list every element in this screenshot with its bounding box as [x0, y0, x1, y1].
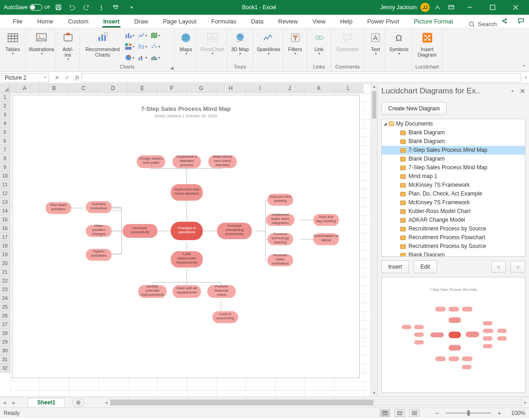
row-header[interactable]: 18: [0, 242, 10, 250]
row-header[interactable]: 32: [0, 364, 10, 373]
sheet-tab[interactable]: Sheet1: [28, 398, 65, 407]
column-header[interactable]: C: [69, 84, 98, 93]
column-header[interactable]: D: [98, 84, 128, 93]
row-header[interactable]: 24: [0, 294, 10, 303]
chart-combo-icon[interactable]: ▾: [136, 52, 148, 63]
tab-custom[interactable]: Custom: [61, 16, 96, 28]
chart-pie-icon[interactable]: ▾: [123, 52, 135, 63]
tab-nav-prev-icon[interactable]: ◂: [0, 399, 9, 406]
row-header[interactable]: 15: [0, 215, 10, 224]
pager-next-button[interactable]: »: [511, 261, 525, 273]
tree-item[interactable]: Recruitment Process by Source: [382, 224, 525, 233]
pivotchart-button[interactable]: PivotChart▾: [200, 29, 225, 58]
row-header[interactable]: 3: [0, 110, 10, 119]
tab-powerpivot[interactable]: Power Pivot: [360, 16, 406, 28]
tab-review[interactable]: Review: [271, 16, 305, 28]
minimize-button[interactable]: [459, 0, 480, 15]
column-header[interactable]: G: [187, 84, 216, 93]
edit-button[interactable]: Edit: [414, 260, 437, 273]
column-header[interactable]: K: [305, 84, 334, 93]
ribbon-display-icon[interactable]: [445, 1, 457, 13]
view-pagebreak-icon[interactable]: [409, 409, 420, 417]
tree-item[interactable]: McKinsey 7S Framework: [382, 181, 525, 190]
chart-col2d-icon[interactable]: ▾: [123, 30, 135, 40]
comment-button[interactable]: Comment: [334, 29, 361, 54]
row-header[interactable]: 10: [0, 172, 10, 180]
column-header[interactable]: H: [216, 84, 246, 93]
select-all-cell[interactable]: [0, 84, 10, 93]
tab-help[interactable]: Help: [333, 16, 360, 28]
row-header[interactable]: 31: [0, 355, 10, 364]
tab-formulas[interactable]: Formulas: [204, 16, 243, 28]
column-header[interactable]: E: [128, 84, 157, 93]
column-header[interactable]: B: [40, 84, 69, 93]
maximize-button[interactable]: [482, 0, 503, 15]
worksheet[interactable]: ABCDEFGHIJKL 123456789101112131415161718…: [0, 84, 377, 397]
row-header[interactable]: 9: [0, 163, 10, 172]
tree-root[interactable]: ◢My Documents: [382, 119, 525, 128]
pager-prev-button[interactable]: «: [491, 261, 506, 273]
tab-data[interactable]: Data: [243, 16, 270, 28]
search-box[interactable]: Search: [469, 21, 497, 28]
column-header[interactable]: A: [10, 84, 40, 93]
share-button[interactable]: [497, 16, 513, 28]
horizontal-scrollbar[interactable]: [110, 399, 522, 406]
row-header[interactable]: 20: [0, 259, 10, 268]
tree-item[interactable]: Blank Diagram: [382, 251, 525, 257]
document-tree[interactable]: ◢My Documents Blank DiagramBlank Diagram…: [381, 119, 525, 257]
column-header[interactable]: I: [246, 84, 275, 93]
row-header[interactable]: 4: [0, 119, 10, 128]
chart-map-icon[interactable]: ▾: [149, 30, 161, 40]
filters-button[interactable]: Filters▾: [286, 29, 304, 58]
touch-mode-icon[interactable]: ▾: [97, 1, 109, 13]
tab-nav-next-icon[interactable]: ▸: [9, 399, 18, 406]
autosave-toggle[interactable]: AutoSave Off: [4, 4, 50, 11]
view-pagelayout-icon[interactable]: [395, 409, 405, 417]
row-header[interactable]: 17: [0, 233, 10, 242]
tab-pagelayout[interactable]: Page Layout: [155, 16, 204, 28]
quick-access-icon[interactable]: ▾: [111, 1, 123, 13]
view-normal-icon[interactable]: [380, 409, 390, 417]
link-button[interactable]: Link▾: [310, 29, 328, 58]
hscroll-right-icon[interactable]: ▸: [522, 400, 529, 405]
tree-item[interactable]: McKinsey 7S Framework: [382, 198, 525, 207]
comments-button[interactable]: [513, 16, 529, 28]
illustrations-button[interactable]: Illustrations▾: [29, 29, 54, 58]
lucid-insertdiagram-button[interactable]: Insert Diagram: [415, 29, 439, 59]
formula-input[interactable]: [81, 73, 521, 82]
row-header[interactable]: 14: [0, 207, 10, 215]
row-header[interactable]: 1: [0, 93, 10, 102]
row-header[interactable]: 21: [0, 268, 10, 276]
close-button[interactable]: [505, 0, 526, 15]
zoom-out-button[interactable]: −: [433, 410, 441, 417]
tree-item[interactable]: ADKAR Change Model: [382, 216, 525, 224]
qat-customize-icon[interactable]: ▾: [126, 1, 138, 13]
pane-menu-icon[interactable]: ▼: [511, 89, 514, 93]
row-header[interactable]: 16: [0, 224, 10, 233]
zoom-in-button[interactable]: +: [496, 410, 503, 417]
add-sheet-button[interactable]: ⊕: [72, 398, 84, 407]
name-box[interactable]: Picture 2▾: [1, 73, 49, 82]
row-header[interactable]: 28: [0, 329, 10, 338]
row-header[interactable]: 27: [0, 320, 10, 329]
undo-icon[interactable]: ▾: [67, 1, 79, 13]
tree-item[interactable]: Blank Diagram: [382, 128, 525, 137]
tree-item[interactable]: Recruitment Process Flowchart: [382, 233, 525, 242]
row-header[interactable]: 6: [0, 137, 10, 145]
hscroll-left-icon[interactable]: ◂: [103, 400, 110, 405]
charts-launcher-icon[interactable]: ◢: [170, 65, 173, 70]
text-button[interactable]: AText▾: [367, 29, 384, 58]
chart-line-icon[interactable]: ▾: [136, 30, 148, 40]
row-header[interactable]: 5: [0, 128, 10, 137]
row-header[interactable]: 8: [0, 154, 10, 163]
redo-icon[interactable]: ▾: [82, 1, 94, 13]
tab-insert[interactable]: Insert: [96, 16, 126, 28]
maps-button[interactable]: Maps▾: [178, 29, 194, 58]
chart-surface-icon[interactable]: ▾: [149, 52, 161, 63]
tree-item[interactable]: Blank Diagram: [382, 155, 525, 163]
addins-button[interactable]: Add-ins▾: [59, 29, 77, 63]
fx-icon[interactable]: fx: [74, 74, 81, 81]
row-header[interactable]: 13: [0, 198, 10, 207]
tree-item[interactable]: Blank Diagram: [382, 137, 525, 146]
row-header[interactable]: 29: [0, 338, 10, 346]
